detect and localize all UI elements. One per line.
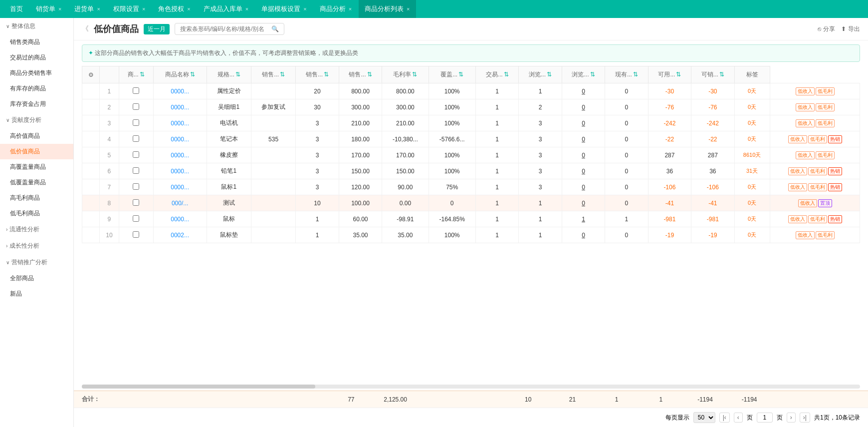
row-checkbox[interactable]: [133, 231, 139, 238]
sidebar-group-成长性分析[interactable]: › 成长性分析: [0, 238, 73, 254]
sidebar-item-高毛利商品[interactable]: 高毛利商品: [0, 190, 73, 206]
sidebar-item-高覆盖量商品[interactable]: 高覆盖量商品: [0, 159, 73, 175]
row-checkbox[interactable]: [133, 215, 139, 222]
view1-link[interactable]: 0: [582, 120, 585, 127]
view1-cell[interactable]: 0: [562, 163, 605, 179]
col-header-sales_qty[interactable]: 销售...⇅: [251, 66, 295, 83]
view1-link[interactable]: 0: [582, 136, 585, 143]
sidebar-group-整体信息[interactable]: ∨ 整体信息: [0, 18, 73, 34]
sort-icon: ⇅: [547, 71, 552, 78]
nav-item-权限设置[interactable]: 权限设置×: [107, 0, 151, 18]
row-checkbox[interactable]: [133, 119, 139, 126]
col-header-gross_rate[interactable]: 毛利率⇅: [382, 66, 429, 83]
nav-item-商品分析[interactable]: 商品分析×: [314, 0, 358, 18]
view1-cell[interactable]: 0: [562, 147, 605, 163]
next-page-button[interactable]: ›: [787, 413, 796, 423]
row-checkbox[interactable]: [133, 135, 139, 142]
scroll-bar-thumb[interactable]: [82, 385, 315, 389]
sidebar-item-高价值商品[interactable]: 高价值商品: [0, 128, 73, 144]
nav-item-产成品入库单[interactable]: 产成品入库单×: [198, 0, 254, 18]
page-input[interactable]: [757, 413, 773, 423]
row-checkbox[interactable]: [133, 199, 139, 206]
col-header-sales_price[interactable]: 销售...⇅: [296, 66, 339, 83]
collapse-button[interactable]: 《: [82, 24, 89, 33]
nav-close-icon[interactable]: ×: [187, 6, 190, 12]
view1-cell[interactable]: 0: [562, 115, 605, 131]
col-header-transaction[interactable]: 交易...⇅: [475, 66, 518, 83]
sidebar-item-低覆盖量商品[interactable]: 低覆盖量商品: [0, 175, 73, 190]
nav-close-icon[interactable]: ×: [407, 6, 410, 12]
sales-price-cell: 60.00: [339, 211, 382, 227]
nav-close-icon[interactable]: ×: [245, 6, 248, 12]
nav-item-销货单[interactable]: 销货单×: [30, 0, 67, 18]
nav-item-角色授权[interactable]: 角色授权×: [152, 0, 196, 18]
col-header-sales_amount[interactable]: 销售...⇅: [339, 66, 382, 83]
saleable-cell: 0天: [734, 115, 770, 131]
col-header-view2[interactable]: 浏览...⇅: [562, 66, 605, 83]
search-icon[interactable]: 🔍: [271, 25, 279, 32]
view1-cell[interactable]: 0: [562, 195, 605, 211]
row-checkbox[interactable]: [133, 167, 139, 174]
filter-tag[interactable]: 近一月: [144, 24, 170, 34]
gross-rate-cell: -5766.6...: [429, 131, 475, 147]
sidebar-item-商品分类销售率[interactable]: 商品分类销售率: [0, 65, 73, 81]
view1-cell[interactable]: 0: [562, 227, 605, 243]
sidebar-item-新品[interactable]: 新品: [0, 286, 73, 302]
col-header-code[interactable]: 商...⇅: [119, 66, 153, 83]
view1-link[interactable]: 1: [582, 216, 585, 223]
sidebar-item-低毛利商品[interactable]: 低毛利商品: [0, 206, 73, 221]
view1-cell[interactable]: 0: [562, 131, 605, 147]
col-header-view1[interactable]: 浏览...⇅: [519, 66, 562, 83]
nav-close-icon[interactable]: ×: [303, 6, 306, 12]
nav-item-单据模板设置[interactable]: 单据模板设置×: [255, 0, 312, 18]
col-header-spec[interactable]: 规格...⇅: [207, 66, 251, 83]
nav-item-首页[interactable]: 首页: [4, 0, 29, 18]
col-header-saleable[interactable]: 可销...⇅: [691, 66, 734, 83]
view1-link[interactable]: 0: [582, 152, 585, 159]
sidebar-item-有库存的商品[interactable]: 有库存的商品: [0, 81, 73, 96]
view1-link[interactable]: 0: [582, 168, 585, 175]
nav-close-icon[interactable]: ×: [58, 6, 61, 12]
prev-page-button[interactable]: ‹: [734, 413, 743, 423]
nav-close-icon[interactable]: ×: [97, 6, 100, 12]
col-header-coverage[interactable]: 覆盖...⇅: [429, 66, 475, 83]
sidebar-item-交易过的商品[interactable]: 交易过的商品: [0, 50, 73, 65]
sidebar-group-贡献度分析[interactable]: ∨ 贡献度分析: [0, 112, 73, 128]
col-header-name[interactable]: 商品名称⇅: [153, 66, 207, 83]
sidebar-item-销售类商品[interactable]: 销售类商品: [0, 34, 73, 50]
nav-close-icon[interactable]: ×: [349, 6, 352, 12]
view1-link[interactable]: 0: [582, 88, 585, 95]
nav-close-icon[interactable]: ×: [142, 6, 145, 12]
row-checkbox[interactable]: [133, 103, 139, 110]
col-header-current_stock[interactable]: 现有...⇅: [605, 66, 648, 83]
view1-cell[interactable]: 0: [562, 99, 605, 115]
sidebar-item-低价值商品[interactable]: 低价值商品: [0, 144, 73, 159]
search-input[interactable]: [180, 25, 268, 32]
view1-link[interactable]: 0: [582, 184, 585, 191]
view1-cell[interactable]: 1: [562, 211, 605, 227]
sidebar-item-全部商品[interactable]: 全部商品: [0, 271, 73, 286]
page-suffix: 页: [777, 414, 783, 422]
view1-link[interactable]: 0: [582, 232, 585, 239]
nav-item-商品分析列表[interactable]: 商品分析列表×: [359, 0, 416, 18]
view1-link[interactable]: 0: [582, 200, 585, 207]
col-header-available[interactable]: 可用...⇅: [648, 66, 691, 83]
row-checkbox[interactable]: [133, 151, 139, 158]
view1-cell[interactable]: 0: [562, 179, 605, 195]
gross-rate-cell: 100%: [429, 163, 475, 179]
per-page-select[interactable]: 50: [693, 412, 715, 423]
spec-cell: [251, 163, 295, 179]
share-button[interactable]: ⎋ 分享: [818, 25, 835, 33]
first-page-button[interactable]: |‹: [719, 413, 730, 423]
nav-item-进货单[interactable]: 进货单×: [68, 0, 106, 18]
sidebar-group-流通性分析[interactable]: › 流通性分析: [0, 221, 73, 238]
row-checkbox[interactable]: [133, 87, 139, 94]
sidebar-item-库存资金占用[interactable]: 库存资金占用: [0, 96, 73, 112]
view1-cell[interactable]: 0: [562, 83, 605, 99]
sidebar-group-营销推广分析[interactable]: ∨ 营销推广分析: [0, 254, 73, 271]
view1-link[interactable]: 0: [582, 104, 585, 111]
export-button[interactable]: ⬆ 导出: [841, 25, 860, 33]
scroll-bar[interactable]: [82, 385, 860, 389]
last-page-button[interactable]: ›|: [800, 413, 810, 423]
row-checkbox[interactable]: [133, 183, 139, 190]
